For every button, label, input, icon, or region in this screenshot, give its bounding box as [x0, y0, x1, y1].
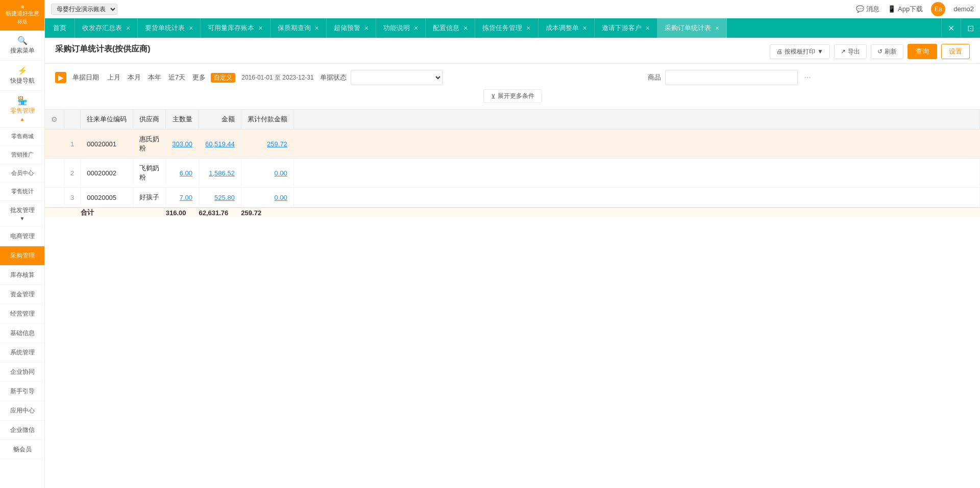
sidebar-item-retail-mgmt-label: 零售管理: [10, 107, 35, 115]
sidebar-item-new-guide[interactable]: 新手引导: [0, 382, 44, 401]
sidebar-item-search[interactable]: 🔍 搜索菜单: [0, 31, 44, 61]
sidebar-item-retail-mgmt[interactable]: 🏪 零售管理 ▲: [0, 91, 44, 127]
tab-overstock-alert[interactable]: 超储预警 ×: [327, 18, 376, 38]
tab-available-stock[interactable]: 可用量库存账本 ×: [201, 18, 270, 38]
shortcut-last-7days[interactable]: 近7天: [166, 72, 187, 83]
row-supplier: 飞鹤奶粉: [133, 159, 166, 188]
row-unit-code: 00020001: [81, 130, 133, 159]
tab-purchase-summary[interactable]: 采购订单统计表 ×: [657, 18, 727, 38]
tab-receive-summary-close[interactable]: ×: [126, 24, 130, 32]
row-supplier: 好孩子: [133, 188, 166, 208]
print-icon: 🖨: [776, 48, 782, 55]
message-button[interactable]: 💬 消息: [856, 5, 879, 14]
tab-cost-adjust[interactable]: 成本调整单 ×: [538, 18, 595, 38]
tab-goods-summary[interactable]: 要货单统计表 ×: [138, 18, 201, 38]
sidebar-item-stock-check-label: 库存核算: [10, 271, 35, 279]
sidebar-item-retail-mall[interactable]: 零售商城: [0, 127, 44, 146]
sidebar-item-enterprise-coop[interactable]: 企业协同: [0, 363, 44, 382]
tab-pick-task[interactable]: 拣货任务管理 ×: [475, 18, 538, 38]
tab-home[interactable]: 首页: [45, 18, 75, 38]
expand-more-button[interactable]: ⊻ 展开更多条件: [483, 89, 542, 103]
tab-maximize-button[interactable]: ⊡: [961, 18, 980, 38]
footer-settings-cell: [45, 208, 64, 217]
page-header: 采购订单统计表(按供应商) 🖨 按模板打印 ▼ ↗ 导出 ↺ 刷新: [45, 38, 980, 64]
tab-invite-downstream-close[interactable]: ×: [646, 24, 650, 32]
tab-close-all-button[interactable]: ✕: [941, 18, 961, 38]
tab-function-desc[interactable]: 功能说明 ×: [376, 18, 426, 38]
tab-config-info-close[interactable]: ×: [463, 24, 468, 32]
tab-available-stock-close[interactable]: ×: [258, 24, 262, 32]
tab-pick-task-close[interactable]: ×: [526, 24, 530, 32]
table-footer-row: 合计 316.00 62,631.76 259.72: [45, 208, 980, 217]
sidebar-item-member-center[interactable]: 会员中心: [0, 164, 44, 183]
sidebar-item-wholesale-mgmt[interactable]: 批发管理 ▼: [0, 201, 44, 227]
more-fields-icon[interactable]: ···: [804, 73, 811, 82]
tab-config-info[interactable]: 配置信息 ×: [426, 18, 475, 38]
table-row: 1 00020001 惠氏奶粉 303.00 60,519.44 259.72: [45, 130, 980, 159]
shortcut-this-year[interactable]: 本年: [146, 72, 163, 83]
sidebar-item-enterprise-wechat[interactable]: 企业微信: [0, 421, 44, 440]
print-template-button[interactable]: 🖨 按模板打印 ▼: [770, 44, 830, 59]
row-unit-code: 00020005: [81, 188, 133, 208]
tab-overstock-alert-label: 超储预警: [334, 23, 360, 33]
tab-invite-downstream[interactable]: 邀请下游客户 ×: [595, 18, 657, 38]
tabbar: 首页 收发存汇总表 × 要货单统计表 × 可用量库存账本 × 保质期查询 × 超…: [45, 18, 980, 38]
setting-button[interactable]: 设置: [941, 44, 970, 59]
tab-expiry-query[interactable]: 保质期查询 ×: [271, 18, 327, 38]
tab-overstock-alert-close[interactable]: ×: [364, 24, 369, 32]
shortcut-last-month[interactable]: 上月: [105, 72, 122, 83]
row-quantity: 6.00: [166, 159, 199, 188]
tabbar-controls: ✕ ⊡: [941, 18, 980, 38]
th-quantity: 主数量: [166, 110, 199, 130]
row-seq: 2: [64, 159, 81, 188]
sidebar-item-system-mgmt[interactable]: 系统管理: [0, 343, 44, 363]
sidebar-item-app-center[interactable]: 应用中心: [0, 401, 44, 421]
status-select[interactable]: [351, 70, 443, 85]
tab-purchase-summary-close[interactable]: ×: [715, 24, 719, 32]
query-button[interactable]: 查询: [908, 44, 937, 59]
sidebar-item-finance-mgmt[interactable]: 资金管理: [0, 285, 44, 304]
sidebar-item-purchase-mgmt[interactable]: 采购管理: [0, 246, 44, 266]
sidebar-item-member[interactable]: 畅会员: [0, 440, 44, 459]
sidebar-item-basic-info-label: 基础信息: [10, 329, 35, 338]
app-download-button[interactable]: 📱 App下载: [888, 5, 923, 14]
workspace-selector[interactable]: 母婴行业演示账表: [51, 4, 117, 15]
sidebar-item-stock-check[interactable]: 库存核算: [0, 266, 44, 285]
tab-goods-summary-label: 要货单统计表: [145, 23, 185, 33]
tab-expiry-query-close[interactable]: ×: [315, 24, 319, 32]
sidebar-item-quick-nav[interactable]: ⚡ 快捷导航: [0, 61, 44, 91]
tab-goods-summary-close[interactable]: ×: [189, 24, 193, 32]
custom-date-badge[interactable]: 自定义: [211, 73, 235, 83]
shortcut-more[interactable]: 更多: [190, 72, 208, 83]
logo-icon: 畅: [13, 5, 32, 9]
sidebar-item-retail-stats[interactable]: 零售统计: [0, 183, 44, 201]
sidebar-item-basic-info[interactable]: 基础信息: [0, 324, 44, 343]
sidebar-item-retail-mall-label: 零售商城: [11, 133, 34, 140]
export-button[interactable]: ↗ 导出: [834, 44, 867, 59]
column-settings-icon[interactable]: ⚙: [51, 115, 58, 123]
page-title: 采购订单统计表(按供应商): [55, 44, 151, 55]
setting-label: 设置: [949, 47, 962, 55]
tab-function-desc-close[interactable]: ×: [414, 24, 418, 32]
tab-cost-adjust-close[interactable]: ×: [583, 24, 587, 32]
shortcut-this-month[interactable]: 本月: [126, 72, 143, 83]
sidebar-item-ops-mgmt[interactable]: 经营管理: [0, 304, 44, 324]
user-avatar[interactable]: Ea: [931, 2, 945, 16]
filter-toggle-button[interactable]: ▶: [55, 72, 66, 83]
sidebar-item-ecommerce-mgmt[interactable]: 电商管理: [0, 227, 44, 246]
sidebar-item-enterprise-wechat-label: 企业微信: [10, 426, 35, 434]
tab-receive-summary-label: 收发存汇总表: [82, 23, 122, 33]
row-extra: [293, 159, 979, 188]
quick-nav-icon: ⚡: [17, 66, 28, 75]
print-label: 按模板打印: [785, 47, 815, 56]
filter-row-1: ▶ 单据日期 上月 本月 本年 近7天 更多 自定义 2016-01-01 至 …: [55, 70, 970, 85]
tab-receive-summary[interactable]: 收发存汇总表 ×: [75, 18, 138, 38]
sidebar-item-marketing[interactable]: 营销推广: [0, 146, 44, 164]
sidebar-item-new-guide-label: 新手引导: [10, 387, 35, 396]
expand-more-label: 展开更多条件: [498, 92, 534, 100]
sidebar-item-enterprise-coop-label: 企业协同: [10, 368, 35, 376]
goods-input[interactable]: [665, 70, 798, 85]
logo-text: 畅捷通好生意: [6, 10, 39, 17]
refresh-button[interactable]: ↺ 刷新: [871, 44, 903, 59]
tab-expiry-query-label: 保质期查询: [278, 23, 311, 33]
